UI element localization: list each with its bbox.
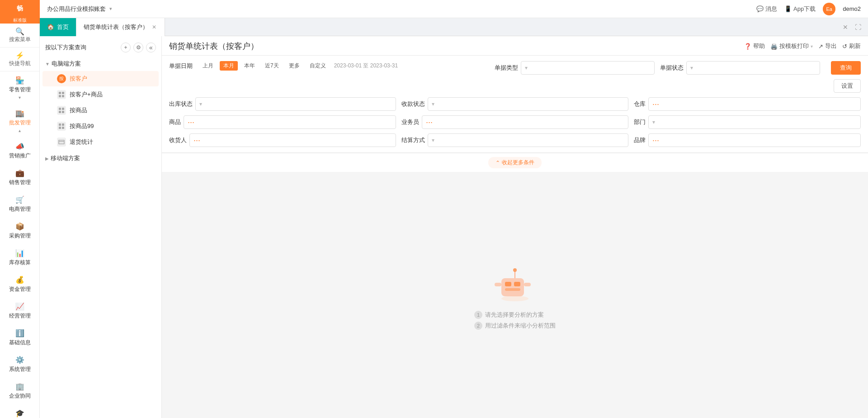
add-scheme-btn[interactable]: + — [121, 43, 131, 52]
pc-scheme-group-header[interactable]: ▼ 电脑端方案 — [40, 57, 161, 71]
filter-area: 单据日期 上月 本月 本年 近7天 更多 自定义 2023-03-01 至 20… — [162, 56, 868, 153]
settings-btn[interactable]: 设置 — [834, 79, 861, 93]
refresh-btn[interactable]: ↺ 刷新 — [842, 42, 861, 50]
tabbar: 🏠 首页 销货单统计表（按客户） ✕ ✕ ⛶ — [40, 18, 868, 36]
settlement-input[interactable]: ▾ — [428, 133, 628, 147]
goods-input[interactable]: ··· — [184, 115, 396, 129]
sidebar-item-retail[interactable]: 🏪 零售管理 ▾ — [0, 71, 39, 104]
user-avatar[interactable]: Ea — [823, 3, 835, 15]
sidebar-item-system[interactable]: ⚙️ 系统管理 — [0, 351, 39, 378]
svg-text:畅: 畅 — [17, 5, 23, 12]
tab-close-icon[interactable]: ✕ — [151, 23, 157, 31]
refund-icon — [57, 138, 66, 147]
sidebar-system-label: 系统管理 — [9, 366, 31, 373]
svg-rect-3 — [62, 92, 64, 94]
retail-arrow: ▾ — [19, 95, 21, 100]
industry-dropdown[interactable]: ▾ — [109, 6, 112, 12]
brand-input[interactable]: ··· — [648, 133, 861, 147]
date-btn-7days[interactable]: 近7天 — [261, 61, 283, 71]
help-icon: ❓ — [744, 43, 751, 50]
scheme-item-by-goods-99[interactable]: 按商品99 — [42, 119, 159, 134]
doc-status-label: 单据状态 — [660, 64, 684, 72]
empty-state: 1 请先选择要分析的方案 2 用过滤条件来缩小分析范围 — [162, 172, 868, 418]
date-btn-last-month[interactable]: 上月 — [199, 61, 217, 71]
salesperson-label: 业务员 — [401, 118, 419, 126]
by-customer-goods-icon — [57, 90, 66, 99]
sidebar-item-wholesale[interactable]: 🏬 批发管理 ▴ — [0, 104, 39, 138]
collapse-bar[interactable]: ⌃ 收起更多条件 — [162, 153, 868, 172]
newbie-icon: 🎓 — [15, 409, 24, 418]
sidebar-item-purchase[interactable]: 📦 采购管理 — [0, 218, 39, 244]
app-logo[interactable]: 畅 标准版 — [0, 0, 40, 24]
settings-scheme-btn[interactable]: ⚙ — [133, 43, 143, 52]
sidebar-item-inventory[interactable]: 📊 库存核算 — [0, 244, 39, 271]
collection-status-input[interactable]: ▾ — [428, 97, 628, 111]
out-status-input[interactable]: ▾ — [195, 97, 396, 111]
by-goods-99-icon — [57, 122, 66, 131]
collapse-bar-btn[interactable]: ⌃ 收起更多条件 — [488, 157, 542, 168]
sidebar-item-finance[interactable]: 💰 资金管理 — [0, 271, 39, 298]
date-btn-this-year[interactable]: 本年 — [241, 61, 259, 71]
doc-type-input[interactable]: ▾ — [521, 61, 655, 75]
brand-label: 品牌 — [634, 136, 646, 144]
sidebar-item-marketing[interactable]: 📣 营销推广 — [0, 138, 39, 164]
refund-label: 退货统计 — [70, 138, 93, 146]
sidebar-item-basic[interactable]: ℹ️ 基础信息 — [0, 324, 39, 351]
sidebar-sales-label: 销售管理 — [9, 179, 31, 186]
left-panel-actions: + ⚙ « — [121, 43, 156, 52]
scheme-item-by-customer-goods[interactable]: 按客户+商品 — [42, 87, 159, 102]
inventory-icon: 📊 — [15, 249, 24, 257]
date-btn-custom[interactable]: 自定义 — [306, 61, 330, 71]
app-download-label: App下载 — [793, 5, 816, 13]
sidebar-item-enterprise[interactable]: 🏢 企业协同 — [0, 378, 39, 404]
sidebar-wholesale-label: 批发管理 — [9, 119, 31, 127]
empty-illustration — [488, 260, 542, 305]
scheme-item-by-goods[interactable]: 按商品 — [42, 103, 159, 118]
export-btn[interactable]: ↗ 导出 — [818, 42, 837, 50]
search-menu[interactable]: 🔍 搜索菜单 — [0, 24, 39, 48]
sidebar-operations-label: 经营管理 — [9, 312, 31, 320]
sidebar-item-operations[interactable]: 📈 经营管理 — [0, 298, 39, 324]
out-status-label: 出库状态 — [169, 100, 193, 108]
doc-status-input[interactable]: ▾ — [686, 61, 820, 75]
app-download-btn[interactable]: 📱 App下载 — [784, 5, 816, 13]
sidebar-item-ecommerce[interactable]: 🛒 电商管理 — [0, 191, 39, 218]
scheme-item-by-customer[interactable]: 按 按客户 — [42, 71, 159, 86]
tab-home[interactable]: 🏠 首页 — [40, 18, 76, 36]
warehouse-input[interactable]: ··· — [648, 97, 861, 111]
query-btn[interactable]: 查询 — [831, 61, 861, 75]
goods-label: 商品 — [169, 118, 181, 126]
tab-home-label: 首页 — [57, 23, 69, 31]
marketing-icon: 📣 — [15, 142, 24, 151]
scheme-item-refund[interactable]: 退货统计 — [42, 134, 159, 150]
tab-sales-stat[interactable]: 销货单统计表（按客户） ✕ — [76, 18, 165, 36]
quick-nav[interactable]: ⚡ 快捷导航 — [0, 48, 39, 71]
department-input[interactable]: ▾ — [648, 115, 861, 129]
export-label: 导出 — [825, 42, 837, 50]
sidebar-ecommerce-label: 电商管理 — [9, 205, 31, 213]
help-btn[interactable]: ❓ 帮助 — [744, 42, 765, 50]
date-btn-this-month[interactable]: 本月 — [220, 61, 238, 71]
wholesale-arrow: ▴ — [19, 128, 21, 133]
date-btn-more[interactable]: 更多 — [285, 61, 303, 71]
print-btn[interactable]: 🖨️ 按模板打印 ▾ — [770, 42, 813, 50]
sidebar-item-newbie[interactable]: 🎓 新手引导 — [0, 404, 39, 418]
svg-rect-6 — [59, 108, 61, 110]
receiver-input[interactable]: ··· — [189, 133, 396, 147]
mobile-group-header[interactable]: ▶ 移动端方案 — [40, 152, 161, 165]
collapse-panel-btn[interactable]: « — [146, 43, 156, 52]
svg-point-16 — [501, 296, 528, 301]
sidebar-item-sales[interactable]: 💼 销售管理 — [0, 164, 39, 191]
export-icon: ↗ — [818, 43, 823, 50]
by-customer-icon: 按 — [57, 74, 66, 83]
by-goods-label: 按商品 — [70, 106, 87, 114]
home-icon: 🏠 — [47, 24, 54, 30]
window-maximize-btn[interactable]: ⛶ — [854, 23, 863, 32]
page-header: 销货单统计表（按客户） ❓ 帮助 🖨️ 按模板打印 ▾ ↗ 导出 — [162, 36, 868, 56]
salesperson-input[interactable]: ··· — [422, 115, 628, 129]
date-label: 单据日期 — [169, 62, 193, 70]
receiver-label: 收货人 — [169, 136, 187, 144]
window-close-btn[interactable]: ✕ — [841, 23, 850, 32]
enterprise-icon: 🏢 — [15, 382, 24, 391]
message-btn[interactable]: 💬 消息 — [756, 5, 777, 13]
